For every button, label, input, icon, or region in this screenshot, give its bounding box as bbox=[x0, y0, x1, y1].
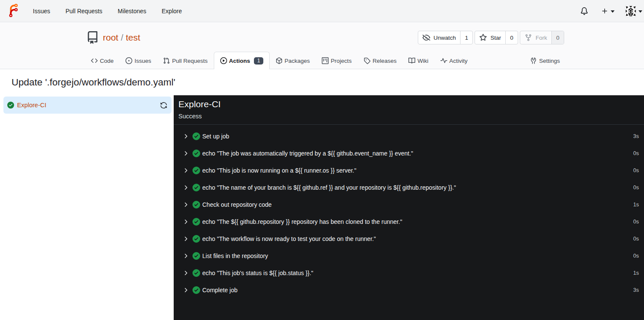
step-row[interactable]: echo "The ${{ github.repository }} repos… bbox=[174, 213, 644, 230]
step-row[interactable]: echo "The job was automatically triggere… bbox=[174, 145, 644, 162]
package-icon bbox=[276, 57, 283, 64]
repo-header: root / test Unwatch 1 Star 0 bbox=[0, 22, 644, 69]
tag-icon bbox=[364, 57, 370, 64]
nav-link-milestones[interactable]: Milestones bbox=[110, 0, 154, 22]
step-row[interactable]: List files in the repository 0s bbox=[174, 247, 644, 264]
plus-icon bbox=[601, 8, 608, 15]
chevron-down-icon bbox=[638, 10, 642, 13]
tools-icon bbox=[530, 57, 537, 64]
step-row[interactable]: Complete job 3s bbox=[174, 282, 644, 299]
step-row[interactable]: echo "This job is now running on a ${{ r… bbox=[174, 162, 644, 179]
chevron-right-icon[interactable] bbox=[182, 167, 189, 174]
tab-code[interactable]: Code bbox=[85, 52, 119, 69]
step-row[interactable]: echo "This job's status is ${{ job.statu… bbox=[174, 264, 644, 282]
chevron-right-icon[interactable] bbox=[182, 287, 189, 294]
check-circle-icon bbox=[192, 201, 200, 208]
step-duration: 0s bbox=[633, 185, 639, 191]
check-circle-icon bbox=[192, 167, 200, 174]
project-icon bbox=[322, 57, 329, 64]
repo-name-link[interactable]: test bbox=[126, 32, 140, 43]
chevron-right-icon[interactable] bbox=[182, 184, 189, 191]
job-log-panel: Explore-CI Success Set up job 3s echo "T… bbox=[174, 95, 644, 320]
check-circle-icon bbox=[192, 286, 200, 294]
breadcrumb-separator: / bbox=[121, 33, 123, 43]
repo-breadcrumb: root / test bbox=[103, 32, 140, 43]
star-icon bbox=[479, 34, 487, 41]
step-duration: 1s bbox=[633, 202, 639, 208]
check-circle-icon bbox=[192, 235, 200, 243]
chevron-right-icon[interactable] bbox=[182, 252, 189, 259]
repo-tabs: Code Issues Pull Requests Actions 1 Pack… bbox=[0, 52, 644, 69]
chevron-right-icon[interactable] bbox=[182, 218, 189, 225]
star-button[interactable]: Star bbox=[475, 31, 505, 44]
eye-closed-icon bbox=[423, 34, 430, 41]
job-info-status: Success bbox=[178, 112, 639, 120]
tab-actions[interactable]: Actions 1 bbox=[214, 52, 270, 69]
repo-owner-link[interactable]: root bbox=[103, 32, 118, 43]
chevron-right-icon[interactable] bbox=[182, 133, 189, 140]
tab-releases[interactable]: Releases bbox=[358, 52, 402, 69]
step-duration: 0s bbox=[633, 253, 639, 259]
chevron-right-icon[interactable] bbox=[182, 201, 189, 208]
job-steps-list: Set up job 3s echo "The job was automati… bbox=[174, 125, 644, 299]
notifications-bell-icon[interactable] bbox=[580, 7, 588, 15]
user-avatar[interactable] bbox=[625, 5, 637, 17]
chevron-right-icon[interactable] bbox=[182, 270, 189, 276]
pulse-icon bbox=[440, 57, 447, 64]
navbar-links: Issues Pull Requests Milestones Explore bbox=[25, 0, 189, 22]
repo-action-buttons: Unwatch 1 Star 0 Fork 0 bbox=[418, 31, 564, 44]
nav-link-pull-requests[interactable]: Pull Requests bbox=[58, 0, 110, 22]
nav-link-explore[interactable]: Explore bbox=[154, 0, 189, 22]
tab-settings[interactable]: Settings bbox=[524, 52, 566, 69]
check-circle-icon bbox=[192, 218, 200, 226]
tab-pull-requests[interactable]: Pull Requests bbox=[157, 52, 213, 69]
job-name[interactable]: Explore-CI bbox=[17, 102, 47, 109]
nav-link-issues[interactable]: Issues bbox=[25, 0, 58, 22]
git-pull-request-icon bbox=[163, 57, 170, 64]
chevron-right-icon[interactable] bbox=[182, 235, 189, 242]
tab-projects[interactable]: Projects bbox=[316, 52, 358, 69]
navbar-right bbox=[580, 5, 642, 17]
chevron-down-icon bbox=[611, 10, 615, 13]
code-icon bbox=[91, 57, 98, 64]
step-row[interactable]: Check out repository code 1s bbox=[174, 196, 644, 213]
unwatch-button[interactable]: Unwatch bbox=[418, 31, 460, 44]
check-circle-icon bbox=[192, 132, 200, 140]
forgejo-logo-icon[interactable] bbox=[7, 4, 20, 17]
step-duration: 1s bbox=[633, 270, 639, 276]
repo-title-row: root / test Unwatch 1 Star 0 bbox=[0, 22, 644, 53]
stars-count[interactable]: 0 bbox=[505, 31, 518, 44]
check-circle-icon bbox=[192, 150, 200, 157]
tab-wiki[interactable]: Wiki bbox=[402, 52, 434, 69]
fork-button-group: Fork 0 bbox=[520, 31, 564, 44]
tab-packages[interactable]: Packages bbox=[270, 52, 316, 69]
step-row[interactable]: echo "The workflow is now ready to test … bbox=[174, 230, 644, 247]
step-duration: 3s bbox=[633, 133, 639, 139]
run-title: Update '.forgejo/workflows/demo.yaml' bbox=[12, 77, 175, 88]
chevron-right-icon[interactable] bbox=[182, 150, 189, 157]
check-circle-icon bbox=[192, 252, 200, 260]
step-duration: 0s bbox=[633, 219, 639, 225]
step-duration: 0s bbox=[633, 167, 639, 173]
create-new-button[interactable] bbox=[601, 8, 615, 15]
tab-activity[interactable]: Activity bbox=[434, 52, 474, 69]
step-duration: 0s bbox=[633, 236, 639, 242]
check-circle-icon bbox=[7, 102, 14, 109]
job-list-item-explore-ci[interactable]: Explore-CI bbox=[3, 97, 172, 114]
user-menu-button[interactable] bbox=[625, 5, 642, 17]
fork-icon bbox=[525, 34, 532, 41]
step-duration: 3s bbox=[633, 287, 639, 293]
check-circle-icon bbox=[192, 184, 200, 191]
fork-button: Fork bbox=[520, 31, 551, 44]
step-row[interactable]: echo "The name of your branch is ${{ git… bbox=[174, 179, 644, 196]
job-info-header: Explore-CI Success bbox=[174, 95, 644, 125]
star-button-group: Star 0 bbox=[475, 31, 518, 44]
tab-issues[interactable]: Issues bbox=[119, 52, 157, 69]
forks-count[interactable]: 0 bbox=[551, 31, 564, 44]
watchers-count[interactable]: 1 bbox=[460, 31, 472, 44]
check-circle-icon bbox=[192, 269, 200, 277]
step-duration: 0s bbox=[633, 150, 639, 156]
step-row[interactable]: Set up job 3s bbox=[174, 128, 644, 145]
issue-opened-icon bbox=[125, 57, 132, 64]
rerun-icon[interactable] bbox=[160, 102, 167, 109]
